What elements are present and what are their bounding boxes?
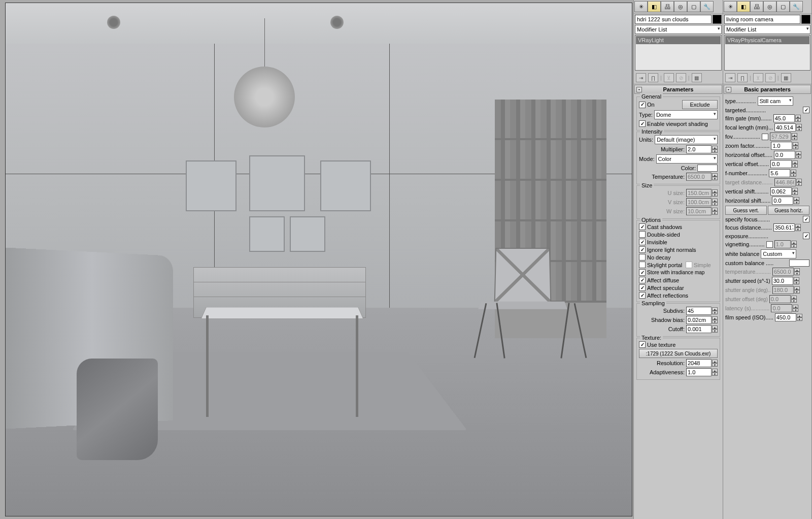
- store-irradiance-label: Store with irradiance map: [647, 270, 704, 275]
- fnumber-spinner[interactable]: [769, 169, 790, 177]
- fov-checkbox[interactable]: [762, 134, 768, 140]
- camtemp-label: temperature..........: [725, 269, 771, 275]
- configure-sets-button[interactable]: ▦: [692, 73, 702, 82]
- double-sided-checkbox[interactable]: [639, 231, 646, 238]
- type-dropdown[interactable]: Dome: [654, 110, 718, 119]
- guess-vert-button[interactable]: Guess vert.: [725, 206, 767, 215]
- configure-sets-button-r[interactable]: ▦: [781, 73, 791, 82]
- show-end-result-button[interactable]: ∏: [648, 73, 658, 82]
- display-tab-r[interactable]: ▢: [776, 1, 790, 12]
- object-color-swatch[interactable]: [713, 15, 722, 24]
- modify-tab-r[interactable]: ◧: [737, 1, 750, 12]
- hshift-spinner[interactable]: [772, 197, 793, 205]
- invisible-checkbox[interactable]: ✓: [639, 239, 646, 245]
- make-unique-button[interactable]: ⊻: [664, 73, 674, 82]
- vignetting-checkbox[interactable]: [766, 241, 773, 248]
- shutter-spinner[interactable]: [772, 277, 793, 285]
- affect-diffuse-checkbox[interactable]: ✓: [639, 277, 646, 283]
- focal-spinner[interactable]: [774, 123, 796, 132]
- iso-spinner[interactable]: [775, 313, 796, 321]
- camera-stack-controls: ⇥ ∏ | ⊻ ⊘ | ▦: [723, 72, 811, 84]
- subdivs-spinner[interactable]: [686, 307, 712, 315]
- tdist-spinner: [774, 178, 796, 186]
- create-tab[interactable]: ✳: [634, 1, 648, 12]
- spinner-down[interactable]: ▼: [712, 149, 718, 153]
- wb-dropdown[interactable]: Custom: [761, 249, 796, 258]
- make-unique-button-r[interactable]: ⊻: [753, 73, 763, 82]
- shutter-label: shutter speed (s^-1): [725, 278, 770, 284]
- use-texture-checkbox[interactable]: ✓: [639, 341, 646, 348]
- pin-stack-button[interactable]: ⇥: [636, 73, 646, 82]
- camera-rollout-scroll[interactable]: -Basic parameters type............. Stil…: [723, 84, 811, 519]
- viewport[interactable]: [5, 3, 632, 516]
- temperature-spinner: [686, 173, 712, 181]
- on-checkbox[interactable]: ✓: [639, 102, 646, 108]
- remove-modifier-button[interactable]: ⊘: [676, 73, 686, 82]
- latency-spinner: [771, 304, 792, 312]
- store-irradiance-checkbox[interactable]: ✓: [639, 269, 646, 276]
- affect-specular-checkbox[interactable]: ✓: [639, 284, 646, 291]
- basic-parameters-rollout-header[interactable]: -Basic parameters: [724, 85, 811, 94]
- hierarchy-tab[interactable]: 品: [661, 1, 674, 12]
- modifier-list-dropdown[interactable]: Modifier List: [635, 25, 722, 34]
- object-name-field[interactable]: [635, 15, 712, 24]
- texture-map-button[interactable]: :1729 (1222 Sun Clouds.exr): [639, 349, 718, 358]
- color-swatch[interactable]: [697, 165, 718, 172]
- on-label: On: [647, 102, 655, 108]
- show-end-result-button-r[interactable]: ∏: [737, 73, 748, 82]
- hierarchy-tab-r[interactable]: 品: [750, 1, 763, 12]
- parameters-rollout-header[interactable]: -Parameters: [634, 85, 722, 94]
- utilities-tab-r[interactable]: 🔧: [790, 1, 803, 12]
- targeted-checkbox[interactable]: ✓: [803, 107, 809, 113]
- affect-reflections-checkbox[interactable]: ✓: [639, 292, 646, 299]
- camtype-dropdown[interactable]: Still cam: [758, 96, 793, 106]
- units-dropdown[interactable]: Default (image): [655, 135, 718, 144]
- custbal-label: custom balance .....: [725, 260, 788, 266]
- multiplier-label: Multiplier:: [639, 146, 685, 152]
- camera-color-swatch[interactable]: [801, 15, 810, 24]
- motion-tab[interactable]: ◎: [674, 1, 687, 12]
- shadow-bias-spinner[interactable]: [686, 316, 712, 324]
- exclude-button[interactable]: Exclude: [682, 100, 718, 109]
- ignore-normals-checkbox[interactable]: ✓: [639, 246, 646, 253]
- hoffset-spinner[interactable]: [774, 151, 795, 159]
- display-tab[interactable]: ▢: [687, 1, 700, 12]
- cutoff-spinner[interactable]: [686, 325, 712, 333]
- vshift-spinner[interactable]: [770, 187, 792, 196]
- wsize-spinner: [686, 207, 712, 215]
- guess-horiz-button[interactable]: Guess horiz.: [768, 206, 809, 215]
- camera-modifier-stack[interactable]: VRayPhysicalCamera: [724, 35, 810, 71]
- resolution-spinner[interactable]: [686, 359, 712, 367]
- size-group-label: Size: [640, 182, 654, 188]
- modifier-item-vrayphysicalcamera[interactable]: VRayPhysicalCamera: [725, 36, 809, 44]
- panel-tabs-right: ✳ ◧ 品 ◎ ▢ 🔧: [723, 0, 811, 14]
- custbal-swatch[interactable]: [789, 260, 809, 267]
- cast-shadows-checkbox[interactable]: ✓: [639, 223, 646, 230]
- command-panel-left: ✳ ◧ 品 ◎ ▢ 🔧 Modifier List VRayLight ⇥ ∏ …: [633, 0, 723, 519]
- motion-tab-r[interactable]: ◎: [763, 1, 776, 12]
- exposure-checkbox[interactable]: ✓: [803, 233, 809, 239]
- multiplier-spinner[interactable]: [686, 145, 712, 153]
- adaptiveness-spinner[interactable]: [686, 368, 712, 376]
- modify-tab[interactable]: ◧: [648, 1, 661, 12]
- focusdist-spinner[interactable]: [773, 223, 795, 232]
- spinner-up[interactable]: ▲: [712, 146, 718, 149]
- no-decay-checkbox[interactable]: [639, 254, 646, 261]
- pin-stack-button-r[interactable]: ⇥: [725, 73, 735, 82]
- rollout-scroll[interactable]: -Parameters General ✓ On Exclude Type: D…: [634, 84, 723, 519]
- voffset-spinner[interactable]: [770, 160, 792, 168]
- skylight-portal-checkbox[interactable]: [639, 262, 646, 268]
- camera-modifier-list-dropdown[interactable]: Modifier List: [724, 25, 810, 34]
- modifier-stack[interactable]: VRayLight: [635, 35, 722, 71]
- create-tab-r[interactable]: ✳: [724, 1, 737, 12]
- camera-name-field[interactable]: [724, 15, 800, 24]
- viewport-shading-checkbox[interactable]: ✓: [639, 120, 646, 127]
- remove-modifier-button-r[interactable]: ⊘: [765, 73, 775, 82]
- modifier-item-vraylight[interactable]: VRayLight: [636, 36, 721, 44]
- shoffset-label: shutter offset (deg): [725, 297, 768, 302]
- utilities-tab[interactable]: 🔧: [700, 1, 714, 12]
- zoom-spinner[interactable]: [771, 142, 792, 150]
- mode-dropdown[interactable]: Color: [656, 154, 718, 164]
- filmgate-spinner[interactable]: [773, 114, 795, 122]
- specfocus-checkbox[interactable]: ✓: [803, 216, 809, 222]
